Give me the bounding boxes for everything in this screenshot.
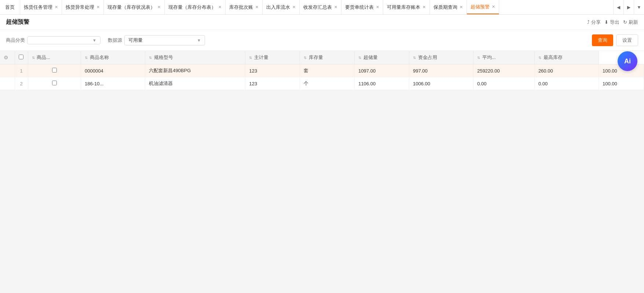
row-num-0: 1 [15,64,28,77]
datasource-select[interactable]: 可用量 ▼ [124,35,205,45]
ai-badge[interactable]: Ai [618,51,637,71]
datasource-value: 可用量 [128,37,143,44]
sort-icon-name: ⇅ [85,56,88,60]
row-num-1: 2 [15,77,28,90]
table-container: ⚙ ⇅ 商品... ⇅ 商品名称 ⇅ 规格型号 ⇅ [0,51,644,90]
nav-next-btn[interactable]: ▶ [623,0,634,14]
row-product-name-0: 六配套新昌490BPG [145,64,245,77]
refresh-icon: ↻ [623,19,627,25]
col-capital-header[interactable]: ⇅ 资金占用 [409,51,473,64]
row-product-code-1: 186-10... [81,77,145,90]
filter-bar: 商品分类 ▼ 数据源 可用量 ▼ 查询 设置 [0,30,644,51]
header-actions: ⤴ 分享 ⬇ 导出 ↻ 刷新 [587,19,638,26]
row-max-stock-1: 100.00 [599,77,644,90]
row-spec-0: 123 [245,64,300,77]
close-tab-pick-exception[interactable]: ✕ [96,5,100,10]
page-header: 超储预警 ⤴ 分享 ⬇ 导出 ↻ 刷新 [0,15,644,30]
category-arrow-icon: ▼ [92,38,96,42]
col-stock-header[interactable]: ⇅ 库存量 [300,51,355,64]
refresh-button[interactable]: ↻ 刷新 [623,19,638,26]
close-tab-batch[interactable]: ✕ [255,5,259,10]
close-tab-overstock[interactable]: ✕ [492,4,495,9]
tab-batch[interactable]: 库存批次账 ✕ [226,0,263,14]
close-tab-summary[interactable]: ✕ [334,5,337,10]
page-title: 超储预警 [6,18,29,26]
row-checkbox-input-0[interactable] [52,68,57,73]
row-capital-1: 0.00 [473,77,535,90]
table-row: 2186-10...机油滤清器123个1106.001006.000.000.0… [0,77,644,90]
settings-button[interactable]: 设置 [616,34,638,46]
tab-available[interactable]: 可用量库存账本 ✕ [383,0,430,14]
close-tab-available[interactable]: ✕ [422,5,426,10]
tab-overstock[interactable]: 超储预警 ✕ [467,0,499,14]
sort-icon-stock: ⇅ [304,56,307,60]
tab-quality[interactable]: 保质期查询 ✕ [430,0,467,14]
nav-home[interactable]: 首页 [0,0,20,14]
sort-icon-unit: ⇅ [249,56,252,60]
query-button[interactable]: 查询 [592,34,613,46]
row-unit-0: 套 [300,64,355,77]
settings-gear-icon[interactable]: ⚙ [4,55,8,60]
close-tab-quality[interactable]: ✕ [460,5,463,10]
tab-stock-dist[interactable]: 现存量（库存分布表） ✕ [165,0,226,14]
sort-icon-max: ⇅ [538,56,541,60]
sort-icon-spec: ⇅ [149,56,152,60]
sort-icon-avg: ⇅ [477,56,480,60]
col-unit-header[interactable]: ⇅ 主计量 [245,51,300,64]
datasource-filter: 数据源 可用量 ▼ [108,35,205,45]
sort-icon-capital: ⇅ [413,56,416,60]
col-spec-header[interactable]: ⇅ 规格型号 [145,51,245,64]
row-unit-1: 个 [300,77,355,90]
close-tab-stock-status[interactable]: ✕ [157,5,161,10]
col-product-name-header[interactable]: ⇅ 商品名称 [81,51,145,64]
row-settings-cell-1 [0,77,15,90]
nav-more-btn[interactable]: ▼ [634,0,644,14]
row-checkbox-input-1[interactable] [52,81,57,85]
filter-buttons: 查询 设置 [592,34,638,46]
export-icon: ⬇ [604,19,608,25]
share-button[interactable]: ⤴ 分享 [587,19,601,26]
table-header-row: ⚙ ⇅ 商品... ⇅ 商品名称 ⇅ 规格型号 ⇅ [0,51,644,64]
row-stock-1: 1106.00 [355,77,409,90]
close-tab-flow[interactable]: ✕ [292,5,296,10]
row-overstock-0: 997.00 [409,64,473,77]
topbar: 首页 拣货任务管理 ✕ 拣货异常处理 ✕ 现存量（库存状况表） ✕ 现存量（库存… [0,0,644,15]
row-product-name-1: 机油滤清器 [145,77,245,90]
overstock-table: ⚙ ⇅ 商品... ⇅ 商品名称 ⇅ 规格型号 ⇅ [0,51,644,90]
category-select[interactable]: ▼ [27,36,100,44]
tab-summary[interactable]: 收发存汇总表 ✕ [300,0,341,14]
export-button[interactable]: ⬇ 导出 [604,19,619,26]
category-label: 商品分类 [6,37,25,44]
close-tab-stock-dist[interactable]: ✕ [218,5,222,10]
row-capital-0: 259220.00 [473,64,535,77]
col-checkbox-header [15,51,28,64]
table-row: 10000004六配套新昌490BPG123套1097.00997.002592… [0,64,644,77]
close-tab-order-stat[interactable]: ✕ [376,5,379,10]
tab-order-stat[interactable]: 要货单统计表 ✕ [341,0,383,14]
row-avg-0: 260.00 [534,64,599,77]
tab-stock-status[interactable]: 现存量（库存状况表） ✕ [104,0,165,14]
nav-prev-btn[interactable]: ◀ [613,0,623,14]
col-product-code-header[interactable]: ⇅ 商品... [28,51,81,64]
row-overstock-1: 1006.00 [409,77,473,90]
tab-pick-exception[interactable]: 拣货异常处理 ✕ [62,0,104,14]
row-checkbox-0 [28,64,81,77]
tab-pick-task[interactable]: 拣货任务管理 ✕ [20,0,62,14]
close-tab-pick-task[interactable]: ✕ [55,5,58,10]
col-max-stock-header[interactable]: ⇅ 最高库存 [534,51,599,64]
row-checkbox-1 [28,77,81,90]
sort-icon-overstock: ⇅ [358,56,361,60]
table-body: 10000004六配套新昌490BPG123套1097.00997.002592… [0,64,644,90]
col-overstock-header[interactable]: ⇅ 超储量 [355,51,409,64]
datasource-label: 数据源 [108,37,122,44]
row-avg-1: 0.00 [534,77,599,90]
category-filter: 商品分类 ▼ [6,36,100,44]
select-all-checkbox[interactable] [19,55,23,59]
col-avg-header[interactable]: ⇅ 平均... [473,51,535,64]
row-product-code-0: 0000004 [81,64,145,77]
row-settings-cell-0 [0,64,15,77]
row-spec-1: 123 [245,77,300,90]
tab-flow[interactable]: 出入库流水 ✕ [263,0,300,14]
col-settings-header: ⚙ [0,51,15,64]
datasource-arrow-icon: ▼ [197,38,201,42]
